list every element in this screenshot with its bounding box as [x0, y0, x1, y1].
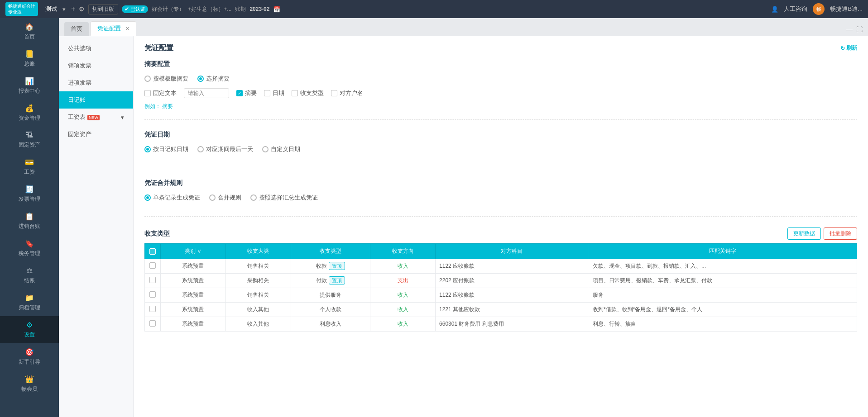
left-nav-item-payroll[interactable]: 工资表NEW ▾: [59, 109, 133, 126]
update-data-button[interactable]: 更新数据: [787, 227, 821, 240]
home-icon: 🏠: [25, 23, 34, 31]
row-checkbox-cell[interactable]: [145, 303, 161, 317]
sidebar-item-settings[interactable]: ⚙ 设置: [0, 316, 59, 343]
sidebar-item-label: 工资: [24, 168, 35, 176]
radio-journal-date-dot: [144, 146, 151, 152]
refresh-button[interactable]: ↻ 刷新: [840, 44, 857, 52]
radio-select[interactable]: 选择摘要: [197, 75, 230, 83]
period-value: 2023-02: [249, 6, 269, 12]
example-tag: 摘要: [162, 103, 173, 109]
radio-merge[interactable]: 合并规则: [209, 194, 241, 202]
checkbox-type-box: [292, 90, 298, 96]
checkbox-fixed-text-box: [144, 90, 151, 96]
radio-single[interactable]: 单条记录生成凭证: [144, 194, 200, 202]
merge-radio-group: 单条记录生成凭证 合并规则 按照选择汇总生成凭证: [144, 194, 857, 202]
radio-custom[interactable]: 自定义日期: [262, 145, 300, 153]
reset-tag[interactable]: 置顶: [329, 262, 345, 270]
batch-delete-button[interactable]: 批量删除: [824, 227, 857, 240]
sidebar-item-invoice-mgmt[interactable]: 🧾 发票管理: [0, 180, 59, 208]
sidebar-item-ledger[interactable]: 📒 总账: [0, 45, 59, 72]
left-nav-item-journal[interactable]: 日记账: [59, 91, 133, 109]
sidebar-item-reports[interactable]: 📊 报表中心: [0, 72, 59, 100]
row-keyword: 项目、日常费用、报销款、车费、承兑汇票、付款: [588, 274, 857, 288]
certified-badge: ✔ 已认证: [122, 5, 148, 13]
calendar-icon[interactable]: 📅: [273, 6, 280, 13]
left-nav-item-sales-invoice[interactable]: 销项发票: [59, 57, 133, 74]
sidebar-item-home[interactable]: 🏠 首页: [0, 18, 59, 45]
summary-section: 摘要配置 按模板版摘要 选择摘要: [144, 60, 857, 120]
radio-period-last[interactable]: 对应期间最后一天: [197, 145, 253, 153]
sidebar-item-fixed-assets[interactable]: 🏗 固定资产: [0, 127, 59, 153]
sidebar-item-settlement[interactable]: ⚖ 结账: [0, 262, 59, 289]
switch-old-version-button[interactable]: 切到旧版: [88, 4, 118, 14]
sidebar-item-label: 税务管理: [19, 250, 40, 257]
checkbox-summary[interactable]: ✓ 摘要: [236, 89, 257, 97]
row-checkbox-cell[interactable]: [145, 288, 161, 303]
checkbox-counterparty[interactable]: 对方户名: [331, 89, 363, 97]
checkbox-type[interactable]: 收支类型: [292, 89, 324, 97]
col-counterpart: 对方科目: [436, 244, 588, 259]
income-expense-table: 类别 ∨ 收支大类 收支类型 收支方向 对方科目 匹配关键字 系统预置 销售相关: [144, 243, 857, 332]
settings-icon[interactable]: ⚙: [79, 5, 85, 13]
left-nav-item-purchase-invoice[interactable]: 进项发票: [59, 74, 133, 91]
col-type: 收支类型: [291, 244, 370, 259]
date-section-title: 凭证日期: [144, 131, 857, 139]
table-row: 系统预置 销售相关 收款 置顶 收入 1122 应收账款 欠款、现金、项目款、到…: [145, 259, 857, 274]
add-icon[interactable]: +: [71, 5, 75, 13]
good-business-label: +好生意（标）+...: [188, 5, 231, 13]
col-checkbox[interactable]: [145, 244, 161, 259]
sidebar-item-label: 畅会员: [21, 385, 38, 393]
sidebar-item-archive[interactable]: 📁 归档管理: [0, 289, 59, 316]
row-direction: 支出: [370, 274, 436, 288]
checkbox-summary-box: ✓: [236, 90, 243, 96]
reset-tag[interactable]: 置顶: [329, 276, 345, 284]
support-label[interactable]: 人工咨询: [784, 5, 807, 13]
left-nav-item-public[interactable]: 公共选项: [59, 40, 133, 57]
radio-period-last-dot: [197, 146, 204, 152]
radio-template[interactable]: 按模板版摘要: [144, 75, 188, 83]
page-header: 凭证配置 ↻ 刷新: [144, 43, 857, 53]
sidebar-item-guide[interactable]: 🎯 新手引导: [0, 343, 59, 370]
sidebar-item-funds[interactable]: 💰 资金管理: [0, 100, 59, 127]
sidebar-item-salary[interactable]: 💳 工资: [0, 153, 59, 180]
row-counterpart: 1122 应收账款: [436, 288, 588, 303]
income-expense-section: 收支类型 更新数据 批量删除 类别 ∨: [144, 227, 857, 332]
sidebar-item-label: 首页: [24, 33, 35, 41]
avatar: 畅: [813, 3, 825, 15]
checkbox-date[interactable]: 日期: [264, 89, 284, 97]
row-category: 系统预置: [161, 274, 226, 288]
radio-summary-generate[interactable]: 按照选择汇总生成凭证: [250, 194, 318, 202]
row-major-type: 销售相关: [225, 259, 291, 274]
tab-minimize-icon[interactable]: —: [846, 26, 853, 33]
checkbox-fixed-text[interactable]: 固定文本: [144, 89, 177, 97]
left-nav-item-fixed-assets-nav[interactable]: 固定资产: [59, 126, 133, 143]
table-row: 系统预置 采购相关 付款 置顶 支出 2202 应付账款 项目、日常费用、报销款…: [145, 274, 857, 288]
row-checkbox-cell[interactable]: [145, 274, 161, 288]
radio-summary-generate-dot: [250, 194, 257, 201]
tab-bar: 首页 凭证配置 ✕ — ⛶: [59, 18, 868, 36]
sidebar-item-label: 设置: [24, 331, 35, 339]
tab-home[interactable]: 首页: [64, 22, 89, 36]
col-direction: 收支方向: [370, 244, 436, 259]
user-name[interactable]: 畅捷通B迪...: [830, 5, 863, 13]
fixed-assets-icon: 🏗: [26, 131, 33, 139]
row-checkbox-cell[interactable]: [145, 317, 161, 332]
radio-custom-dot: [262, 146, 269, 152]
tab-close-icon[interactable]: ✕: [125, 26, 129, 31]
sidebar-item-member[interactable]: 👑 畅会员: [0, 370, 59, 398]
dropdown-arrow-icon[interactable]: ▾: [62, 6, 66, 13]
sidebar-item-tax[interactable]: 🔖 税务管理: [0, 235, 59, 262]
sidebar-item-label: 进销台账: [19, 223, 40, 230]
reports-icon: 📊: [25, 77, 34, 85]
row-checkbox-cell[interactable]: [145, 259, 161, 274]
row-major-type: 收入其他: [225, 303, 291, 317]
app-logo: 畅捷通好会计 专业版: [5, 2, 38, 16]
sidebar-item-purchase-sales[interactable]: 📋 进销台账: [0, 208, 59, 235]
invoice-mgmt-icon: 🧾: [25, 185, 34, 194]
radio-single-dot: [144, 194, 151, 201]
radio-journal-date[interactable]: 按日记账日期: [144, 145, 188, 153]
fixed-text-input[interactable]: [184, 88, 229, 98]
tab-voucher-config[interactable]: 凭证配置 ✕: [91, 21, 136, 36]
row-major-type: 收入其他: [225, 317, 291, 332]
tab-maximize-icon[interactable]: ⛶: [856, 26, 863, 33]
